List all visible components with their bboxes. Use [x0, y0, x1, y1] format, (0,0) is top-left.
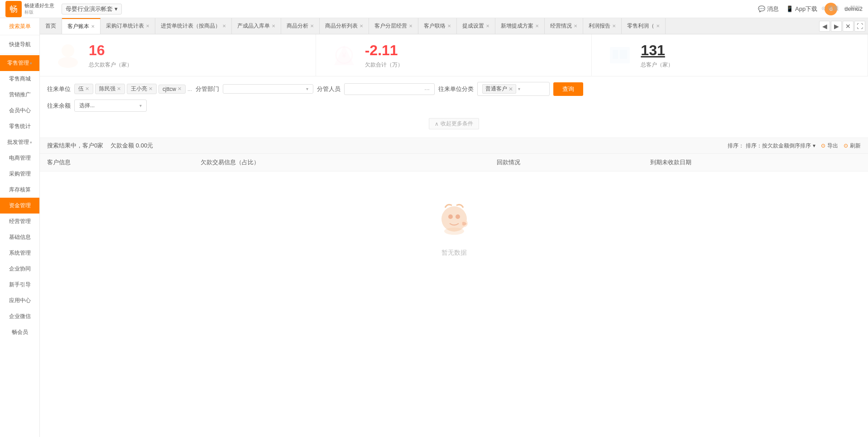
- message-button[interactable]: 💬 消息: [758, 5, 779, 13]
- tab-close-icon[interactable]: ✕: [222, 24, 226, 28]
- filter-tag-close-chen[interactable]: ✕: [117, 86, 121, 92]
- filter-row-units: 往来单位 伍 ✕ 陈民强 ✕ 王小亮: [47, 82, 861, 96]
- filter-tag-close-wang[interactable]: ✕: [149, 86, 153, 92]
- tab-purchase-stats[interactable]: 采购订单统计表 ✕: [101, 18, 155, 34]
- tab-close-icon[interactable]: ✕: [146, 24, 149, 28]
- export-button[interactable]: ⊙ 导出: [821, 142, 838, 150]
- sidebar-item-app-center[interactable]: 应用中心: [0, 293, 39, 309]
- stat-value-total: 131: [641, 42, 673, 59]
- sidebar-item-label: 零售统计: [9, 123, 31, 129]
- sidebar-item-member-center[interactable]: 会员中心: [0, 103, 39, 119]
- tab-label: 采购订单统计表: [106, 22, 144, 30]
- tab-close-icon[interactable]: ✕: [535, 24, 539, 28]
- sidebar-item-wholesale-mgmt[interactable]: 批发管理 ▾: [0, 134, 39, 150]
- tab-close-icon[interactable]: ✕: [91, 24, 95, 29]
- tab-close-icon[interactable]: ✕: [612, 24, 616, 28]
- tab-close-icon[interactable]: ✕: [574, 24, 577, 28]
- sidebar-item-base-info[interactable]: 基础信息: [0, 229, 39, 245]
- tab-profit-report[interactable]: 利润报告 ✕: [583, 18, 622, 34]
- sidebar-item-wecom[interactable]: 企业微信: [0, 309, 39, 324]
- filter-tag-label: 陈民强: [99, 85, 115, 93]
- sidebar-item-inventory[interactable]: 库存核算: [0, 182, 39, 198]
- empty-state: 暂无数据: [40, 171, 868, 284]
- sidebar-item-collab[interactable]: 企业协同: [0, 261, 39, 277]
- tab-product-analysis-list[interactable]: 商品分析列表 ✕: [320, 18, 369, 34]
- filter-tag-close-wu[interactable]: ✕: [85, 86, 89, 92]
- tab-product-analysis[interactable]: 商品分析 ✕: [281, 18, 320, 34]
- account-selector[interactable]: 母婴行业演示帐套 ▾: [62, 4, 122, 14]
- stat-label-total: 总客户（家）: [641, 61, 673, 69]
- sidebar-item-finance[interactable]: 资金管理: [0, 198, 39, 214]
- sidebar-item-newbie[interactable]: 新手引导: [0, 277, 39, 293]
- tab-home[interactable]: 首页: [40, 18, 62, 34]
- filter-tag-more-button[interactable]: ...: [187, 86, 192, 92]
- balance-filter-label: 往来余额: [47, 102, 71, 110]
- logo-title: 畅捷通好生意: [24, 2, 54, 9]
- sidebar-item-purchase[interactable]: 采购管理: [0, 166, 39, 182]
- filter-tag-label: 伍: [78, 85, 84, 93]
- stat-value-customers: 16: [89, 42, 132, 59]
- tab-production-stock[interactable]: 产成品入库单 ✕: [232, 18, 281, 34]
- refresh-button[interactable]: ⊙ 刷新: [844, 142, 861, 150]
- logo-icon: 畅: [5, 1, 22, 17]
- stat-card-total: 131 总客户（家）: [592, 34, 868, 76]
- person-select[interactable]: ···: [344, 83, 435, 95]
- tab-commission-settings[interactable]: 提成设置 ✕: [457, 18, 495, 34]
- tab-label: 客户联络: [424, 22, 446, 30]
- tab-fullscreen-button[interactable]: ⛶: [854, 21, 865, 32]
- sidebar-item-retail-mgmt[interactable]: 零售管理 ▾: [0, 55, 39, 71]
- tab-close-icon[interactable]: ✕: [360, 24, 363, 28]
- tab-operations[interactable]: 经营情况 ✕: [545, 18, 583, 34]
- sidebar-item-quick-nav[interactable]: 快捷导航: [0, 37, 39, 52]
- result-bar: 搜索结果中，客户0家 欠款金额 0.00元 排序： 排序：按欠款金额倒序排序 ▾…: [40, 138, 868, 154]
- export-label: 导出: [827, 142, 838, 150]
- sidebar-item-label: 零售管理: [7, 59, 29, 67]
- sidebar-item-retail-mall[interactable]: 零售商城: [0, 71, 39, 87]
- tab-close-all-button[interactable]: ✕: [843, 21, 854, 32]
- query-button[interactable]: 查询: [553, 82, 583, 96]
- tab-close-icon[interactable]: ✕: [656, 24, 660, 28]
- sidebar-item-label: 基础信息: [9, 234, 31, 240]
- sidebar-item-operations[interactable]: 经营管理: [0, 214, 39, 229]
- collapse-button[interactable]: ∧ 收起更多条件: [429, 118, 479, 129]
- tab-purchase-product-stats[interactable]: 进货单统计表（按商品） ✕: [155, 18, 232, 34]
- more-icon[interactable]: ···: [424, 86, 430, 93]
- svg-point-8: [444, 228, 464, 235]
- sidebar-item-retail-stats[interactable]: 零售统计: [0, 119, 39, 134]
- app-download-label: App下载: [795, 5, 817, 13]
- tab-close-icon[interactable]: ✕: [272, 24, 275, 28]
- tab-new-commission[interactable]: 新增提成方案 ✕: [495, 18, 545, 34]
- sidebar-item-label: 畅会员: [12, 329, 28, 335]
- tab-close-icon[interactable]: ✕: [310, 24, 314, 28]
- sidebar-item-system[interactable]: 系统管理: [0, 245, 39, 261]
- sort-select[interactable]: 排序： 排序：按欠款金额倒序排序 ▾: [728, 142, 815, 150]
- filter-tag-chen: 陈民强 ✕: [95, 84, 125, 94]
- tab-customer-book[interactable]: 客户账本 ✕: [62, 18, 101, 34]
- sidebar-item-member[interactable]: 畅会员: [0, 324, 39, 340]
- balance-select[interactable]: 选择... ▾: [74, 100, 147, 112]
- tab-close-icon[interactable]: ✕: [447, 24, 451, 28]
- tab-close-icon[interactable]: ✕: [409, 24, 412, 28]
- tab-retail-profit[interactable]: 零售利润（ ✕: [622, 18, 666, 34]
- quick-nav-section: 快捷导航: [0, 35, 39, 54]
- total-icon: [606, 42, 633, 69]
- tab-close-icon[interactable]: ✕: [486, 24, 489, 28]
- sidebar-item-marketing[interactable]: 营销推广: [0, 87, 39, 103]
- dept-select[interactable]: ▾: [223, 84, 313, 94]
- tab-customer-tier[interactable]: 客户分层经营 ✕: [369, 18, 418, 34]
- stat-label-customers: 总欠款客户（家）: [89, 61, 132, 69]
- customer-type-tag: 普通客户 ✕: [482, 84, 516, 94]
- sidebar: 搜索菜单 快捷导航 零售管理 ▾ 零售商城 营销推广: [0, 18, 40, 437]
- app-download-button[interactable]: 📱 App下载: [786, 5, 817, 13]
- sidebar-item-label: 快捷导航: [9, 41, 31, 48]
- table-header-row: 客户信息 欠款交易信息（占比） 回款情况 到期未收款日期: [40, 154, 868, 171]
- unit-class-select[interactable]: 普通客户 ✕ ▾: [477, 82, 550, 96]
- tab-customer-contact[interactable]: 客户联络 ✕: [418, 18, 457, 34]
- tab-next-button[interactable]: ▶: [831, 21, 842, 32]
- filter-tag-close-cjttcw[interactable]: ✕: [177, 86, 182, 92]
- sidebar-item-ecommerce[interactable]: 电商管理: [0, 150, 39, 166]
- tab-prev-button[interactable]: ◀: [819, 21, 830, 32]
- download-icon: 📱: [786, 5, 793, 12]
- search-menu-button[interactable]: 搜索菜单: [0, 18, 39, 35]
- customer-type-close[interactable]: ✕: [508, 86, 513, 92]
